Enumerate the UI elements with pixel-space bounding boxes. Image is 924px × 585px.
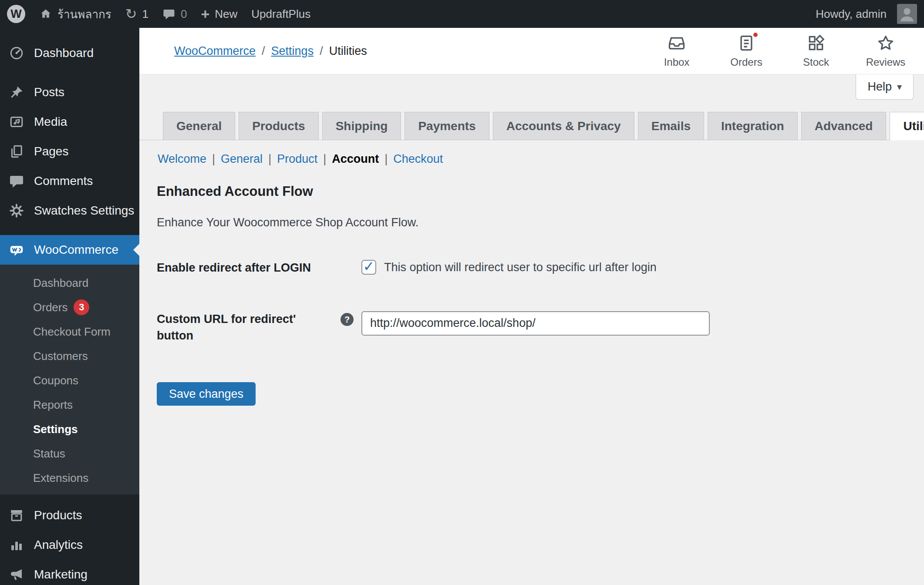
tab-advanced[interactable]: Advanced xyxy=(801,112,887,140)
help-label: Help xyxy=(867,80,892,94)
submenu-item-dashboard[interactable]: Dashboard xyxy=(0,271,139,295)
new-content-menu[interactable]: + New xyxy=(194,0,244,28)
notification-dot xyxy=(752,31,759,38)
save-changes-button[interactable]: Save changes xyxy=(157,382,256,406)
updates-icon: ↻ xyxy=(125,7,137,21)
comments-menu[interactable]: 0 xyxy=(155,0,194,28)
bar-chart-icon xyxy=(8,537,25,553)
sidebar-item-label: Swatches Settings xyxy=(34,204,134,218)
main-content: WooCommerce / Settings / Utilities Inbox xyxy=(139,28,924,585)
site-name-label: ร้านพลากร xyxy=(57,5,111,23)
submenu-item-orders[interactable]: Orders 3 xyxy=(0,295,139,319)
breadcrumb-link-woocommerce[interactable]: WooCommerce xyxy=(174,44,256,58)
tab-shipping[interactable]: Shipping xyxy=(322,112,401,140)
tab-emails[interactable]: Emails xyxy=(638,112,704,140)
inbox-icon xyxy=(667,34,686,53)
enable-redirect-label: Enable redirect after LOGIN xyxy=(157,260,311,276)
sidebar-item-products[interactable]: Products xyxy=(0,501,139,530)
activity-stock[interactable]: Stock xyxy=(781,34,851,68)
submenu-item-status[interactable]: Status xyxy=(0,441,139,466)
new-label: New xyxy=(215,7,237,21)
sidebar-item-label: Posts xyxy=(34,85,64,99)
breadcrumb-current: Utilities xyxy=(329,44,367,58)
comment-bubble-icon xyxy=(162,7,175,20)
submenu-item-label: Extensions xyxy=(33,471,88,485)
section-description: Enhance Your Woocommerce Shop Account Fl… xyxy=(157,216,924,229)
activity-inbox[interactable]: Inbox xyxy=(642,34,712,68)
subnav-separator: | xyxy=(212,152,215,166)
updraftplus-label: UpdraftPlus xyxy=(251,7,310,21)
submenu-item-settings[interactable]: Settings xyxy=(0,417,139,441)
help-button[interactable]: Help ▾ xyxy=(856,74,914,100)
subnav-checkout[interactable]: Checkout xyxy=(393,152,443,166)
menu-separator xyxy=(0,68,139,77)
sidebar-item-comments[interactable]: Comments xyxy=(0,166,139,196)
chevron-down-icon: ▾ xyxy=(897,81,902,93)
help-tip-icon[interactable]: ? xyxy=(341,313,354,326)
sidebar-item-analytics[interactable]: Analytics xyxy=(0,530,139,560)
activity-label: Stock xyxy=(803,56,829,68)
submenu-item-label: Checkout Form xyxy=(33,325,111,339)
sidebar-item-label: Dashboard xyxy=(34,46,94,60)
subnav-product[interactable]: Product xyxy=(277,152,317,166)
sidebar-item-swatches-settings[interactable]: Swatches Settings xyxy=(0,196,139,225)
site-name-menu[interactable]: ร้านพลากร xyxy=(32,0,118,28)
custom-url-input[interactable] xyxy=(361,311,710,336)
sidebar-item-pages[interactable]: Pages xyxy=(0,137,139,166)
sidebar-item-media[interactable]: Media xyxy=(0,107,139,137)
enable-redirect-checkbox[interactable]: ✓ xyxy=(361,260,376,275)
updraftplus-menu[interactable]: UpdraftPlus xyxy=(244,0,317,28)
tab-general[interactable]: General xyxy=(163,112,235,140)
star-icon xyxy=(876,34,895,53)
tab-products[interactable]: Products xyxy=(239,112,318,140)
admin-bar: W ร้านพลากร ↻ 1 0 + New UpdraftPlus Howd… xyxy=(0,0,924,28)
account-flow-section: Enhanced Account Flow Enhance Your Wooco… xyxy=(139,184,924,406)
submenu-item-checkout-form[interactable]: Checkout Form xyxy=(0,319,139,344)
submenu-item-customers[interactable]: Customers xyxy=(0,344,139,368)
gear-icon xyxy=(8,203,25,219)
sidebar-item-label: Products xyxy=(34,508,82,522)
sidebar-item-label: Marketing xyxy=(34,568,88,582)
utilities-subnav: Welcome | General | Product | Account | … xyxy=(158,152,924,166)
activity-label: Reviews xyxy=(866,56,906,68)
tab-payments[interactable]: Payments xyxy=(405,112,489,140)
sidebar-item-woocommerce[interactable]: WooCommerce xyxy=(0,235,139,265)
activity-panel: Inbox Orders Stock xyxy=(642,34,921,68)
subnav-separator: | xyxy=(268,152,271,166)
sidebar-item-posts[interactable]: Posts xyxy=(0,77,139,107)
submenu-item-label: Status xyxy=(33,447,65,461)
submenu-item-reports[interactable]: Reports xyxy=(0,393,139,417)
subnav-welcome[interactable]: Welcome xyxy=(158,152,206,166)
subnav-account-current: Account xyxy=(332,152,379,166)
my-account-menu[interactable]: Howdy, admin xyxy=(809,0,924,28)
admin-sidebar: Dashboard Posts Media Pages Comments xyxy=(0,28,139,585)
subnav-separator: | xyxy=(384,152,388,166)
sidebar-item-label: WooCommerce xyxy=(34,243,118,257)
menu-separator xyxy=(0,225,139,235)
menu-gap xyxy=(0,494,139,501)
subnav-general[interactable]: General xyxy=(221,152,263,166)
tab-accounts-privacy[interactable]: Accounts & Privacy xyxy=(493,112,634,140)
submenu-item-coupons[interactable]: Coupons xyxy=(0,368,139,393)
updates-menu[interactable]: ↻ 1 xyxy=(118,0,155,28)
tab-utilities[interactable]: Utilities xyxy=(890,112,924,140)
sidebar-item-marketing[interactable]: Marketing xyxy=(0,560,139,585)
wp-logo-menu[interactable]: W xyxy=(0,0,32,28)
howdy-label: Howdy, admin xyxy=(816,7,887,21)
admin-bar-left: W ร้านพลากร ↻ 1 0 + New UpdraftPlus xyxy=(0,0,317,28)
breadcrumb-link-settings[interactable]: Settings xyxy=(271,44,314,58)
field-label: Enable redirect after LOGIN xyxy=(157,260,361,276)
submenu-item-extensions[interactable]: Extensions xyxy=(0,466,139,490)
submenu-item-label: Reports xyxy=(33,398,73,412)
activity-orders[interactable]: Orders xyxy=(712,34,781,68)
activity-reviews[interactable]: Reviews xyxy=(851,34,921,68)
sidebar-item-dashboard[interactable]: Dashboard xyxy=(0,38,139,68)
custom-url-label: Custom URL for redirect' button xyxy=(157,311,314,344)
sidebar-item-label: Media xyxy=(34,115,67,129)
box-icon xyxy=(8,508,25,523)
comment-bubble-icon xyxy=(8,173,25,189)
tab-integration[interactable]: Integration xyxy=(708,112,798,140)
home-icon xyxy=(39,7,52,20)
checkbox-description: This option will redirect user to specif… xyxy=(384,261,657,274)
submenu-item-label: Dashboard xyxy=(33,276,88,290)
